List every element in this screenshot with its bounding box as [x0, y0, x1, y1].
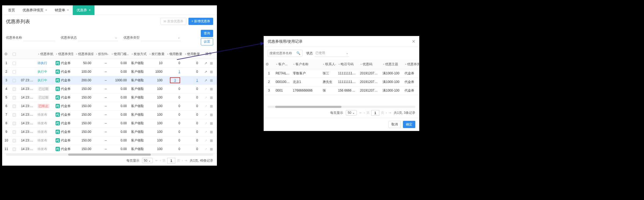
- th-method[interactable]: ▲▼发放方式: [129, 49, 147, 59]
- th-cust-name[interactable]: ▲▼客户名称: [291, 59, 321, 69]
- query-button[interactable]: 查询: [201, 30, 213, 37]
- close-icon[interactable]: ✕: [45, 9, 47, 12]
- qr-icon[interactable]: ⊞: [210, 147, 213, 151]
- search-box[interactable]: 🔍: [268, 50, 303, 57]
- row-checkbox[interactable]: [13, 79, 16, 82]
- cancel-button[interactable]: 取消: [388, 121, 401, 128]
- claim-qty-link[interactable]: 1: [179, 70, 180, 74]
- qr-icon[interactable]: ⊞: [210, 130, 213, 134]
- qr-icon[interactable]: ⊞: [210, 121, 213, 125]
- voucher-icon: 代: [56, 104, 60, 108]
- row-time: 14 23:59: [19, 93, 35, 102]
- ok-button[interactable]: 确定: [403, 121, 415, 128]
- per-page-select[interactable]: 50 ⌄: [142, 158, 153, 163]
- table-row[interactable]: 4 14 23:59 已过期 代代金券 150.00 -- 0.00 客户领取 …: [2, 85, 217, 93]
- claim-qty: 0: [165, 110, 182, 119]
- coupon-name-input[interactable]: [23, 34, 55, 41]
- qr-icon[interactable]: ⊞: [210, 139, 213, 143]
- horizontal-scrollbar[interactable]: [268, 106, 415, 108]
- claim-qty-link[interactable]: 3: [170, 77, 180, 83]
- row-checkbox[interactable]: [13, 62, 16, 65]
- use-qty-link[interactable]: 1: [196, 78, 198, 82]
- type-select[interactable]: ⌄: [141, 34, 181, 41]
- open-icon[interactable]: ↗: [204, 70, 207, 74]
- qr-icon[interactable]: ⊞: [210, 104, 213, 108]
- page-input[interactable]: [167, 158, 175, 163]
- prev-page-icon[interactable]: ‹: [364, 111, 365, 115]
- qr-icon[interactable]: ⊞: [210, 78, 213, 82]
- status-select[interactable]: ⌄: [78, 34, 118, 41]
- th-face-value[interactable]: ▲▼优惠券面值: [73, 49, 93, 59]
- qr-icon[interactable]: ⊞: [210, 113, 213, 117]
- tab-home[interactable]: 首页: [4, 5, 19, 15]
- prev-page-icon[interactable]: ‹: [160, 159, 161, 162]
- th-cust-code[interactable]: ▲▼客户...: [274, 59, 291, 69]
- next-page-icon[interactable]: ›: [182, 159, 183, 162]
- close-icon[interactable]: ✕: [412, 39, 415, 44]
- select-all-checkbox[interactable]: [13, 53, 16, 56]
- tab-coupon-detail[interactable]: 优惠券详情页✕: [19, 5, 51, 15]
- qr-icon[interactable]: ⊞: [210, 87, 213, 91]
- first-page-icon[interactable]: ⇤: [359, 111, 362, 115]
- first-page-icon[interactable]: ⇤: [155, 159, 158, 162]
- open-icon: ↗: [204, 104, 207, 108]
- search-input[interactable]: [270, 51, 296, 55]
- th-coupon-type[interactable]: ▲▼优惠券类: [403, 59, 419, 69]
- horizontal-scrollbar[interactable]: [6, 154, 213, 156]
- per-page-select[interactable]: 50 ⌄: [346, 110, 357, 115]
- search-icon[interactable]: 🔍: [296, 51, 300, 55]
- table-row[interactable]: 11 14 23:59 待发布 代代金券 150.00 -- 0.00 客户领取…: [2, 145, 217, 153]
- th-phone[interactable]: ▲▼电话号码: [336, 59, 358, 69]
- table-row[interactable]: 3 0001 17666666666 张 156 6666 ... 201912…: [264, 86, 419, 95]
- status-select[interactable]: 已使用⌄: [314, 50, 349, 57]
- th-status[interactable]: ▲▼优惠券状态: [35, 49, 53, 59]
- open-icon: ↗: [204, 121, 207, 125]
- coupon-type: 代代金券: [56, 70, 71, 74]
- face-value: 150.00: [73, 110, 93, 119]
- coupon-type: 代代金券: [56, 95, 71, 100]
- open-icon[interactable]: ↗: [204, 78, 207, 82]
- threshold: 0.00: [109, 93, 129, 102]
- last-page-icon[interactable]: ⇥: [388, 111, 391, 115]
- tab-coupon[interactable]: 优惠券✕: [73, 5, 94, 15]
- add-coupon-button[interactable]: + 新增优惠券: [188, 18, 213, 25]
- th-coupon-subject[interactable]: ▲▼优惠主题: [381, 59, 403, 69]
- gear-icon[interactable]: ⚙: [265, 62, 269, 66]
- th-type[interactable]: ▲▼优惠券类型: [53, 49, 74, 59]
- table-row[interactable]: 7 14 23:59 待发布 代代金券 150.00 -- 0.00 客户领取 …: [2, 110, 217, 119]
- coupon-subject: 满1000-100: [381, 69, 403, 78]
- table-row[interactable]: 5 14 23:59 已过期 代代金券 150.00 -- 0.00 客户领取 …: [2, 93, 217, 102]
- row-checkbox[interactable]: [13, 70, 16, 74]
- coupon-type: 代代金券: [56, 130, 71, 134]
- table-row[interactable]: 6 14 23:59 已终止 代代金券 150.00 -- 0.00 客户领取 …: [2, 102, 217, 110]
- th-threshold[interactable]: ▲▼使用门槛...: [109, 49, 129, 59]
- table-row[interactable]: 2 00010001 北京1 唐先生 11111111111 20191207O…: [264, 78, 419, 86]
- table-row[interactable]: 1 待执行 代代金券 50.00 -- 0.00 客户领取 10 0 0 ↗ ⊞: [2, 59, 217, 67]
- th-discount[interactable]: ▲▼折扣%: [93, 49, 109, 59]
- settings-button[interactable]: 设置: [201, 38, 213, 45]
- th-contact[interactable]: ▲▼联系人: [321, 59, 337, 69]
- th-claim-qty[interactable]: ▲▼领用数量: [165, 49, 182, 59]
- page-input[interactable]: [371, 110, 379, 116]
- table-row[interactable]: 3 07 23:59 执行中 代代金券 200.00 -- 1000.00 客户…: [2, 76, 217, 85]
- table-row[interactable]: 2 执行中 代代金券 100.00 -- 0.00 客户领取 1000 1 0 …: [2, 67, 217, 76]
- qr-icon[interactable]: ⊞: [210, 61, 213, 65]
- table-row[interactable]: 9 14 23:59 待发布 代代金券 150.00 -- 0.00 客户领取 …: [2, 128, 217, 136]
- open-icon[interactable]: ↗: [204, 61, 207, 65]
- threshold: 0.00: [109, 145, 129, 153]
- th-use-qty[interactable]: ▲▼使用数量: [182, 49, 200, 59]
- th-issue-qty[interactable]: ▲▼发行数量: [147, 49, 165, 59]
- qr-icon[interactable]: ⊞: [210, 70, 213, 74]
- last-page-icon[interactable]: ⇥: [184, 159, 187, 162]
- th-coupon-code[interactable]: ▲▼优惠码: [358, 59, 381, 69]
- table-row[interactable]: 10 14 23:59 待发布 代代金券 150.00 -- 0.00 客户领取…: [2, 136, 217, 145]
- table-row[interactable]: 8 14 23:59 待发布 代代金券 150.00 -- 0.00 客户领取 …: [2, 119, 217, 128]
- close-icon[interactable]: ✕: [67, 9, 69, 12]
- table-row[interactable]: 1 RETAIL... 零散客户 张三 11111111111 20191207…: [264, 69, 419, 78]
- gear-icon[interactable]: ⚙: [4, 52, 8, 56]
- tab-sales-order[interactable]: 销货单✕: [51, 5, 73, 15]
- close-icon[interactable]: ✕: [89, 9, 91, 12]
- sort-icon: ▲▼: [131, 53, 133, 55]
- qr-icon[interactable]: ⊞: [210, 96, 213, 100]
- next-page-icon[interactable]: ›: [386, 111, 387, 115]
